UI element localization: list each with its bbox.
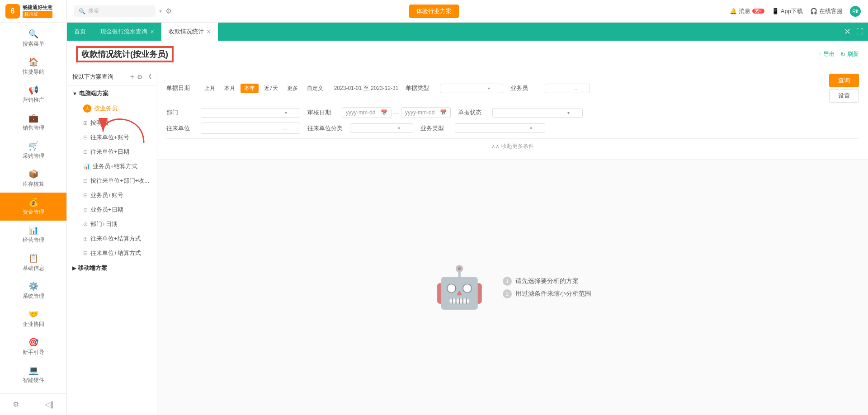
date-tab-last-month[interactable]: 上月 bbox=[201, 84, 219, 93]
settings-btn[interactable]: ⚙ bbox=[11, 398, 21, 410]
biz-type-label: 业务类型 bbox=[420, 124, 448, 132]
doc-type-select[interactable]: ▾ bbox=[440, 84, 503, 93]
tab-home[interactable]: 首页 bbox=[67, 23, 93, 41]
sidebar-item-search[interactable]: 🔍 搜索菜单 bbox=[0, 24, 66, 52]
tree-item-by-salesperson[interactable]: 人 按业务员 bbox=[78, 101, 157, 116]
review-date-to[interactable]: yyyy-mm-dd 📅 bbox=[401, 107, 451, 118]
add-scheme-btn[interactable]: + bbox=[130, 73, 134, 81]
tree-section-mobile[interactable]: ▶ 移动端方案 bbox=[67, 260, 157, 276]
filter-area: 单据日期 上月 本月 本年 近7天 更多 自定义 2023-01-01 至 20… bbox=[157, 68, 868, 160]
search-box[interactable]: 🔍 搜索 bbox=[74, 5, 156, 17]
sidebar-item-system[interactable]: ⚙️ 系统管理 bbox=[0, 277, 66, 305]
sidebar-item-sales[interactable]: 💼 销售管理 bbox=[0, 108, 66, 137]
tree-item-salesperson-date[interactable]: ⊙ 业务员+日期 bbox=[78, 203, 157, 217]
empty-tip-2: 2 用过滤条件来缩小分析范围 bbox=[503, 289, 591, 298]
date-tab-this-month[interactable]: 本月 bbox=[221, 84, 239, 93]
app-download-btn[interactable]: 📱 App下载 bbox=[772, 7, 803, 15]
topbar-arrow[interactable]: ▾ bbox=[159, 8, 162, 14]
set-button[interactable]: 设置 bbox=[829, 89, 859, 103]
tree-item-salesperson-settle[interactable]: 📊 业务员+结算方式 bbox=[78, 159, 157, 174]
sidebar-item-operation[interactable]: 📊 经营管理 bbox=[0, 221, 66, 249]
tab-bank[interactable]: 现金银行流水查询 ✕ bbox=[93, 23, 161, 41]
calendar-icon: 📅 bbox=[381, 109, 387, 116]
dept-select[interactable]: ▾ bbox=[201, 108, 300, 118]
left-panel-header: 按以下方案查询 + ⚙ 《 bbox=[67, 68, 157, 86]
date-tab-more[interactable]: 更多 bbox=[283, 84, 302, 93]
sidebar-item-enterprise[interactable]: 🤝 企业协同 bbox=[0, 305, 66, 333]
partner-select[interactable]: ... bbox=[201, 123, 300, 134]
date-tab-7days[interactable]: 近7天 bbox=[260, 84, 282, 93]
home-icon: 🏠 bbox=[28, 57, 38, 67]
refresh-btn[interactable]: ↻ 刷新 bbox=[840, 50, 859, 58]
tree-item-by-detail[interactable]: ⊞ 按明细 bbox=[78, 116, 157, 130]
sidebar-item-label: 搜索菜单 bbox=[23, 40, 44, 48]
trial-btn[interactable]: 体验行业方案 bbox=[409, 5, 459, 18]
sidebar-item-marketing[interactable]: 📢 营销推广 bbox=[0, 80, 66, 108]
partner-classify-label: 往来单位分类 bbox=[307, 124, 343, 132]
date-tab-this-year[interactable]: 本年 bbox=[241, 84, 259, 93]
tab-bank-close[interactable]: ✕ bbox=[150, 29, 154, 35]
tab-receipt-close[interactable]: ✕ bbox=[207, 29, 211, 35]
tree-item-partner-account[interactable]: ⊟ 往来单位+账号 bbox=[78, 130, 157, 145]
review-date-from-placeholder: yyyy-mm-dd bbox=[346, 109, 375, 116]
left-panel-actions: + ⚙ 《 bbox=[130, 73, 151, 81]
sidebar-item-hardware[interactable]: 💻 智能硬件 bbox=[0, 361, 66, 389]
collapse-panel-btn[interactable]: 《 bbox=[146, 73, 151, 81]
sidebar-item-wechat[interactable]: 💬 企业微信 bbox=[0, 389, 66, 393]
salesperson-select[interactable]: ... bbox=[545, 84, 590, 93]
page-header: 收款情况统计(按业务员) ↑ 导出 ↻ 刷新 bbox=[67, 41, 868, 68]
tree-item-label: 业务员+账号 bbox=[90, 191, 123, 199]
refresh-icon: ↻ bbox=[840, 51, 845, 58]
tab-receipt[interactable]: 收款情况统计 ✕ bbox=[161, 23, 218, 41]
tree-section-label: 电脑端方案 bbox=[79, 90, 108, 98]
bell-icon: 🔔 bbox=[730, 8, 737, 14]
tree-item-salesperson-account[interactable]: ⊟ 业务员+账号 bbox=[78, 188, 157, 203]
mobile-section-label: 移动端方案 bbox=[78, 264, 107, 272]
sidebar-nav: 🔍 搜索菜单 🏠 快捷导航 📢 营销推广 💼 销售管理 🛒 采购管理 📦 库存核… bbox=[0, 23, 66, 393]
sidebar-item-label: 库存核算 bbox=[23, 180, 44, 188]
tabbar: 首页 现金银行流水查询 ✕ 收款情况统计 ✕ ✕ ⛶ bbox=[67, 23, 868, 41]
review-date-label: 审核日期 bbox=[307, 108, 335, 117]
gear-icon[interactable]: ⚙ bbox=[165, 7, 172, 15]
tree-item-by-partner-dept[interactable]: ⊟ 按往来单位+部门+收... bbox=[78, 174, 157, 188]
doc-status-select[interactable]: ▾ bbox=[492, 108, 583, 118]
doc-status-label: 单据状态 bbox=[458, 108, 485, 117]
export-btn[interactable]: ↑ 导出 bbox=[819, 50, 835, 58]
tree-item-partner-settle[interactable]: ⊞ 往来单位+结算方式 bbox=[78, 231, 157, 246]
tree-pc-items: 人 按业务员 ⊞ 按明细 ⊟ 往来单位+账号 ⊟ 往来单位+日期 📊 业务 bbox=[67, 101, 157, 260]
notification-badge: 99+ bbox=[752, 9, 764, 14]
sidebar-item-guide[interactable]: 🎯 新手引导 bbox=[0, 333, 66, 361]
sidebar-item-purchase[interactable]: 🛒 采购管理 bbox=[0, 137, 66, 165]
sidebar-item-finance[interactable]: 💰 资金管理 bbox=[0, 193, 66, 221]
basic-icon: 📋 bbox=[28, 253, 38, 263]
headset-icon: 🎧 bbox=[810, 8, 817, 14]
expand-icon[interactable]: ⛶ bbox=[856, 28, 863, 36]
query-button[interactable]: 查询 bbox=[829, 74, 859, 87]
table-icon: ⊟ bbox=[83, 149, 88, 155]
tree-item-partner-settle2[interactable]: ⊟ 往来单位+结算方式 bbox=[78, 246, 157, 260]
date-tab-custom[interactable]: 自定义 bbox=[303, 84, 327, 93]
finance-icon: 💰 bbox=[28, 197, 38, 207]
sidebar-item-basic[interactable]: 📋 基础信息 bbox=[0, 249, 66, 277]
salesperson-label: 业务员 bbox=[510, 84, 538, 92]
partner-classify-select[interactable]: ▾ bbox=[350, 123, 413, 133]
sidebar-item-warehouse[interactable]: 📦 库存核算 bbox=[0, 165, 66, 193]
close-window-icon[interactable]: ✕ bbox=[844, 27, 851, 37]
collapse-bar[interactable]: ∧∧ 收起更多条件 bbox=[166, 138, 859, 154]
scheme-settings-btn[interactable]: ⚙ bbox=[137, 73, 143, 80]
page-actions: ↑ 导出 ↻ 刷新 bbox=[819, 50, 859, 58]
user-avatar[interactable]: Rit bbox=[850, 6, 861, 17]
guide-icon: 🎯 bbox=[28, 337, 38, 347]
more-icon[interactable]: ... bbox=[282, 125, 287, 132]
sidebar-item-nav[interactable]: 🏠 快捷导航 bbox=[0, 52, 66, 80]
table-icon: ⊟ bbox=[83, 192, 88, 198]
empty-tips: 1 请先选择要分析的方案 2 用过滤条件来缩小分析范围 bbox=[503, 277, 591, 298]
tree-item-dept-date[interactable]: ⊙ 部门+日期 bbox=[78, 217, 157, 231]
tree-item-partner-date[interactable]: ⊟ 往来单位+日期 bbox=[78, 145, 157, 159]
biz-type-select[interactable]: ▾ bbox=[455, 123, 545, 133]
date-separator: 至 bbox=[363, 85, 369, 92]
notification-btn[interactable]: 🔔 消息 99+ bbox=[730, 7, 764, 15]
collapse-sidebar-btn[interactable]: ◁∥ bbox=[43, 398, 56, 410]
online-service-btn[interactable]: 🎧 在线客服 bbox=[810, 7, 843, 15]
review-date-from[interactable]: yyyy-mm-dd 📅 bbox=[342, 107, 392, 118]
